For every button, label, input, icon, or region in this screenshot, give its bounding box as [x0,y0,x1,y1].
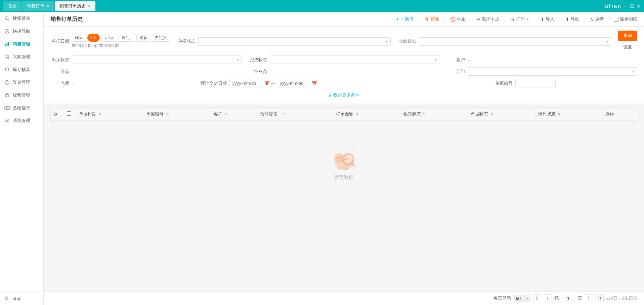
date-btn-yesterday[interactable]: 昨天 [72,34,86,42]
import-button[interactable]: ⬇ 导入 [539,15,556,23]
page-label-suffix: 页 [578,295,582,301]
warehouse-dots[interactable]: ··· [72,81,76,86]
refresh-button[interactable]: ↻ 刷新 [589,15,605,23]
goods-label: 商品 [50,69,69,75]
sidebar-label-search-menu: 搜索菜单 [13,15,30,22]
sort-customer-icon[interactable]: ⇅ [224,112,227,116]
filter-area: 单据日期 昨天 3天 近7天 近1月 更多 自定义 2023-06-02 至 2… [44,27,644,104]
payment-status-label: 收款状态 [397,38,416,44]
date-btn-1month[interactable]: 近1月 [119,34,135,42]
svg-point-24 [337,157,338,158]
compass-icon [4,28,10,34]
table-area: ⚙ 单据日期 ⇅ 单据编号 ⇅ [44,104,644,291]
window-minimize-btn[interactable]: ─ [624,3,628,9]
sort-expected-delivery-icon[interactable]: ⇅ [283,112,286,116]
tab-home[interactable]: 首页 [3,1,22,11]
sidebar-collapse-icon[interactable]: ◀◀ [12,295,20,302]
sidebar-item-purchase-mgmt[interactable]: 采购管理 [0,50,43,63]
page-size-label: 每页显示 [493,295,511,301]
shopping-cart-icon [4,54,10,60]
cancel-stop-button[interactable]: ↩ 取消中止 [475,15,501,23]
delete-button[interactable]: 🗑 删除 [423,15,440,23]
date-btn-custom[interactable]: 自定义 [152,34,170,42]
svg-point-28 [357,149,358,150]
query-button[interactable]: 查询 [618,31,637,41]
empty-state-icon [324,141,364,175]
order-number-label: 单据编号 [494,80,513,86]
toolbar-divider-5 [535,16,535,22]
calendar-from-icon[interactable]: 📅 [264,81,270,86]
export-button[interactable]: ⬆ 导出 [564,15,581,23]
goods-dots[interactable]: ··· [72,69,76,74]
customer-dots[interactable]: ··· [468,57,472,63]
window-close-btn[interactable]: ✕ [636,3,641,9]
pagination-bar: 每页显示 20 50 100 ▼ ⟨⟨ ⟨ 第 页 ⟩ ⟩⟩ 共0页，0条记录 [44,291,644,305]
payment-status-select[interactable] [419,37,611,46]
sort-order-amount-icon[interactable]: ⇅ [356,112,358,116]
sort-payment-status-icon[interactable]: ⇅ [423,112,426,116]
page-last-btn[interactable]: ⟩⟩ [596,294,604,302]
tab-sales-order[interactable]: 销售订单 ✕ [22,1,54,11]
order-status-select[interactable] [198,37,390,46]
top-bar: 首页 销售订单 ✕ 销售订单历史 ✕ OfTEn ─ □ ✕ [0,0,644,12]
data-table: ⚙ 单据日期 ⇅ 单据编号 ⇅ [50,107,637,121]
th-delivery-status: 出库状态 ⇅ [535,108,602,121]
page-number-input[interactable] [562,295,575,302]
sort-delivery-status-icon[interactable]: ⇅ [558,112,560,116]
gear-icon[interactable]: ⚙ [53,112,57,117]
stop-button[interactable]: 🚫 中止 [449,15,467,23]
calendar-to-icon[interactable]: 📅 [312,81,317,86]
window-maximize-btn[interactable]: □ [630,3,634,9]
select-all-checkbox[interactable] [67,111,71,116]
refresh-icon: ↻ [590,17,594,22]
print-button[interactable]: 🖨 打印 ▼ [509,15,531,23]
expected-delivery-to-input[interactable] [277,79,310,87]
show-detail-checkbox[interactable] [614,17,618,22]
th-order-amount: 订单金额 ⇅ [333,108,400,121]
delete-icon: 🗑 [425,17,429,22]
page-size-select[interactable]: 20 50 100 [514,295,530,302]
toolbar-divider-8 [609,16,610,22]
sidebar-gear-icon[interactable]: ⚙ [4,295,9,302]
payment-status-select-wrapper: ▼ [419,37,611,46]
sidebar-item-capital-mgmt[interactable]: ¥ 资金管理 [0,76,43,89]
sidebar-item-search-menu[interactable]: 搜索菜单 [0,12,43,25]
collapse-link[interactable]: ∧ 收起更多条件 [50,91,637,100]
sidebar-item-basic-info[interactable]: 基础信息 [0,102,43,114]
delivery-status-select[interactable] [72,55,242,64]
import-icon: ⬇ [541,17,544,22]
sidebar-item-sales-mgmt[interactable]: 销售管理 [0,38,43,50]
department-select[interactable] [468,67,637,76]
order-status-select-wrapper: ▼ [198,37,390,46]
date-btn-more[interactable]: 更多 [136,34,151,42]
customer-label: 客户 [446,57,465,63]
page-prev-btn[interactable]: ⟨ [544,294,552,302]
page-next-btn[interactable]: ⟩ [585,294,593,302]
cancel-stop-icon: ↩ [477,17,480,22]
date-btn-3days[interactable]: 3天 [87,34,100,42]
tab-sales-order-history-close[interactable]: ✕ [88,4,91,8]
salesperson-dots[interactable]: ··· [270,69,274,74]
sidebar-item-operations-mgmt[interactable]: 经营管理 [0,89,43,102]
tab-sales-order-close[interactable]: ✕ [46,4,49,8]
date-btn-7days[interactable]: 近7天 [101,34,118,42]
delivery-status-label: 出库状态 [50,57,69,63]
tab-sales-order-history[interactable]: 销售订单历史 ✕ [55,1,95,11]
th-date: 单据日期 ⇅ [76,108,143,121]
sidebar-item-system-mgmt[interactable]: 系统管理 [0,114,43,127]
sidebar-item-quick-nav[interactable]: 快捷导航 [0,25,43,38]
expected-delivery-from-input[interactable] [229,79,263,87]
sort-order-status-icon[interactable]: ⇅ [490,112,493,116]
sort-date-icon[interactable]: ⇅ [99,112,101,116]
filter-completion-status: 完成状态 ▼ [248,55,439,64]
sidebar-bottom: ⚙ ◀◀ [0,292,43,305]
th-number: 单据编号 ⇅ [143,108,211,121]
page-first-btn[interactable]: ⟨⟨ [533,294,541,302]
sidebar-item-inventory-calc[interactable]: 库存核算 [0,63,43,76]
completion-status-select[interactable] [270,55,439,64]
set-button[interactable]: 设置 [618,42,637,52]
order-number-input[interactable] [515,79,556,87]
sort-number-icon[interactable]: ⇅ [166,112,169,116]
add-button[interactable]: ＋ + 新增 [394,15,415,23]
show-detail-label[interactable]: 显示明细 [614,16,637,22]
